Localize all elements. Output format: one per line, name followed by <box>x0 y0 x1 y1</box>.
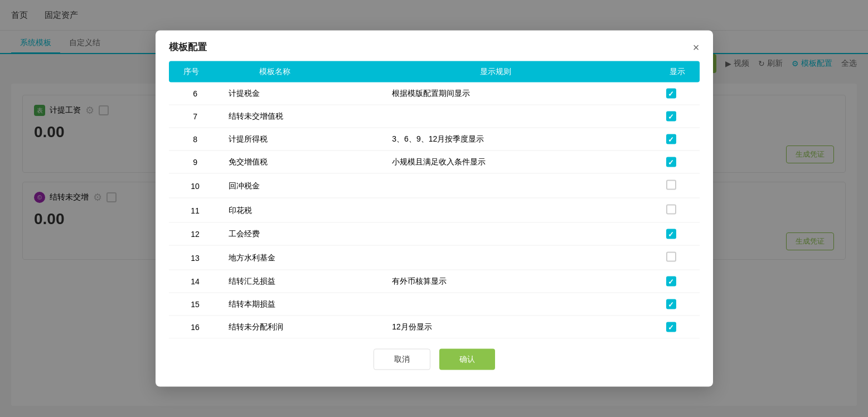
modal-close-button[interactable]: × <box>693 41 700 52</box>
row-rule <box>385 105 643 128</box>
row-name: 计提所得税 <box>222 128 386 151</box>
checkbox-checked[interactable] <box>666 277 676 287</box>
table-row: 12工会经费 <box>169 222 700 245</box>
row-rule <box>385 245 643 270</box>
row-name: 工会经费 <box>222 222 386 245</box>
row-id: 13 <box>169 245 222 270</box>
row-checkbox-cell <box>643 198 699 222</box>
row-name: 地方水利基金 <box>222 245 386 270</box>
table-row: 9免交增值税小规模且满足收入条件显示 <box>169 151 700 173</box>
table-row: 13地方水利基金 <box>169 245 700 270</box>
row-id: 6 <box>169 83 222 105</box>
checkbox-checked[interactable] <box>666 134 676 144</box>
checkbox-checked[interactable] <box>666 111 676 122</box>
checkbox-checked[interactable] <box>666 229 676 239</box>
row-name: 回冲税金 <box>222 173 386 198</box>
table-row: 8计提所得税3、6、9、12月按季度显示 <box>169 128 700 151</box>
table-row: 7结转未交增值税 <box>169 105 700 128</box>
table-row: 15结转本期损益 <box>169 293 700 316</box>
table-row: 14结转汇兑损益有外币核算显示 <box>169 270 700 293</box>
checkbox-unchecked[interactable] <box>666 205 676 215</box>
modal-table-body: 6计提税金根据模版配置期间显示7结转未交增值税8计提所得税3、6、9、12月按季… <box>169 83 700 339</box>
table-row: 6计提税金根据模版配置期间显示 <box>169 83 700 105</box>
checkbox-checked[interactable] <box>666 299 676 309</box>
cancel-button[interactable]: 取消 <box>374 349 430 370</box>
row-id: 16 <box>169 316 222 338</box>
row-id: 11 <box>169 198 222 222</box>
row-rule <box>385 222 643 245</box>
row-checkbox-cell <box>643 270 699 293</box>
col-header-show: 显示 <box>655 61 700 83</box>
row-rule: 12月份显示 <box>385 316 643 338</box>
checkbox-checked[interactable] <box>666 89 676 99</box>
col-header-rule: 显示规则 <box>336 61 655 83</box>
checkbox-unchecked[interactable] <box>666 180 676 190</box>
table-row: 10回冲税金 <box>169 173 700 198</box>
checkbox-checked[interactable] <box>666 157 676 167</box>
row-rule <box>385 293 643 316</box>
row-rule <box>385 198 643 222</box>
row-checkbox-cell <box>643 173 699 198</box>
row-checkbox-cell <box>643 245 699 270</box>
col-header-id: 序号 <box>169 61 214 83</box>
modal-table-header: 序号 模板名称 显示规则 显示 <box>169 61 700 83</box>
row-id: 8 <box>169 128 222 151</box>
row-id: 12 <box>169 222 222 245</box>
row-id: 14 <box>169 270 222 293</box>
row-name: 结转本期损益 <box>222 293 386 316</box>
table-scroll-area[interactable]: 6计提税金根据模版配置期间显示7结转未交增值税8计提所得税3、6、9、12月按季… <box>169 83 700 339</box>
row-rule <box>385 173 643 198</box>
checkbox-unchecked[interactable] <box>666 252 676 262</box>
table-row: 11印花税 <box>169 198 700 222</box>
row-checkbox-cell <box>643 293 699 316</box>
row-name: 结转汇兑损益 <box>222 270 386 293</box>
checkbox-checked[interactable] <box>666 322 676 332</box>
row-checkbox-cell <box>643 151 699 173</box>
row-id: 9 <box>169 151 222 173</box>
row-rule: 小规模且满足收入条件显示 <box>385 151 643 173</box>
confirm-button[interactable]: 确认 <box>439 349 495 370</box>
modal-template-config: 模板配置 × 序号 模板名称 显示规则 显示 6计提税金根据模版配置期间显示7结… <box>156 31 713 387</box>
col-header-name: 模板名称 <box>214 61 336 83</box>
modal-footer: 取消 确认 <box>156 339 713 370</box>
row-id: 10 <box>169 173 222 198</box>
row-name: 结转未分配利润 <box>222 316 386 338</box>
row-rule: 有外币核算显示 <box>385 270 643 293</box>
modal-title: 模板配置 <box>169 41 207 54</box>
row-checkbox-cell <box>643 128 699 151</box>
row-checkbox-cell <box>643 105 699 128</box>
row-checkbox-cell <box>643 316 699 338</box>
table-row: 16结转未分配利润12月份显示 <box>169 316 700 338</box>
row-id: 15 <box>169 293 222 316</box>
modal-header: 模板配置 × <box>156 31 713 61</box>
row-id: 7 <box>169 105 222 128</box>
row-name: 免交增值税 <box>222 151 386 173</box>
row-checkbox-cell <box>643 222 699 245</box>
row-name: 计提税金 <box>222 83 386 105</box>
row-rule: 3、6、9、12月按季度显示 <box>385 128 643 151</box>
row-rule: 根据模版配置期间显示 <box>385 83 643 105</box>
row-checkbox-cell <box>643 83 699 105</box>
row-name: 结转未交增值税 <box>222 105 386 128</box>
row-name: 印花税 <box>222 198 386 222</box>
